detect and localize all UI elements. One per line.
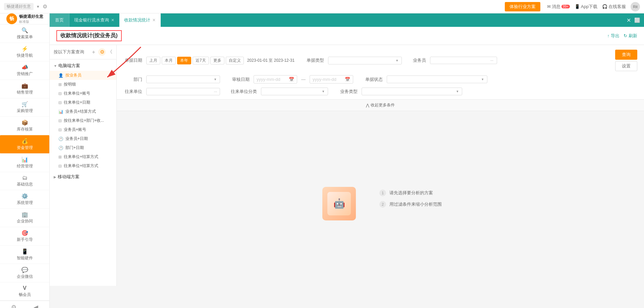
- maximize-window-btn[interactable]: ⬜: [634, 17, 640, 23]
- tree-item-partner-settle1[interactable]: ⊞ 往来单位+结算方式: [50, 152, 116, 161]
- sidebar-item-guide[interactable]: 🎯 新手引导: [0, 227, 49, 246]
- scheme-header: 按以下方案查询 ＋ ⚙ 《: [50, 45, 116, 59]
- dropdown-arrow-icon[interactable]: ▾: [37, 4, 39, 9]
- app-download-button[interactable]: 📱 App下载: [575, 4, 597, 10]
- close-window-btn[interactable]: ✕: [627, 17, 631, 23]
- online-service-button[interactable]: 🎧 在线客服: [602, 4, 626, 10]
- tree-item-salesman-account[interactable]: ⊟ 业务员+账号: [50, 125, 116, 134]
- main-layout: 畅 畅捷通好生意 标准版 🔍 搜索菜单 ⚡ 快捷导航 📣 营销推广 💼 销售管: [0, 13, 644, 308]
- export-button[interactable]: ↑ 导出: [607, 33, 620, 39]
- sidebar-item-purchase[interactable]: 🛒 采购管理: [0, 98, 49, 117]
- message-button[interactable]: ✉ 消息 99+: [547, 4, 570, 10]
- partner-class-select[interactable]: ▾: [261, 88, 328, 95]
- sidebar-item-operation[interactable]: 📊 经营管理: [0, 154, 49, 172]
- refresh-icon: ↻: [624, 33, 627, 38]
- sidebar-item-search[interactable]: 🔍 搜索菜单: [0, 24, 49, 43]
- right-content: 单据日期 上月 本月 本年 近7天 更多 自定义 2023-01-01 至 20…: [117, 45, 644, 286]
- chevron-down-icon: ▾: [396, 58, 398, 63]
- collapse-scheme-icon[interactable]: 《: [108, 49, 112, 55]
- sidebar-item-member[interactable]: V 畅会员: [0, 283, 49, 301]
- tab-collect-close[interactable]: ✕: [152, 18, 156, 22]
- date-tab-7days[interactable]: 近7天: [193, 57, 209, 64]
- export-icon: ↑: [607, 33, 610, 38]
- sidebar-item-inventory[interactable]: 📦 库存核算: [0, 117, 49, 135]
- collapse-sidebar-icon[interactable]: ◀︎: [34, 304, 38, 308]
- person-icon: 👤: [58, 73, 63, 78]
- date-tab-last-month[interactable]: 上月: [146, 57, 160, 64]
- partner-input[interactable]: ···: [146, 88, 220, 95]
- sidebar-item-finance[interactable]: 💰 资金管理: [0, 135, 49, 154]
- sales-icon: 💼: [21, 83, 28, 89]
- tree-item-partner-dept[interactable]: ⊟ 按往来单位+部门+收...: [50, 116, 116, 125]
- table-icon-1: ⊟: [58, 91, 62, 96]
- biz-type-select[interactable]: ▾: [362, 88, 462, 95]
- date-tab-this-year[interactable]: 本年: [177, 57, 191, 64]
- tree-item-partner-date[interactable]: ⊟ 往来单位+日期: [50, 98, 116, 107]
- tree-item-partner-settle2[interactable]: ⊟ 往来单位+结算方式: [50, 161, 116, 170]
- step-2: 2 用过滤条件来缩小分析范围: [379, 201, 442, 208]
- collapse-bar[interactable]: ⋀ 收起更多条件: [117, 99, 644, 111]
- tree-item-salesman-date[interactable]: 🕐 业务员+日期: [50, 134, 116, 143]
- illustration-face: 🤖: [327, 192, 351, 215]
- settings-icon[interactable]: ⚙: [43, 3, 47, 10]
- content-area: 首页 现金银行流水查询 ✕ 收款情况统计 ✕ ✕ ⬜ 收款情况统计(按业务员): [50, 13, 644, 308]
- sidebar-item-quicknav[interactable]: ⚡ 快捷导航: [0, 43, 49, 61]
- operation-icon: 📊: [21, 156, 28, 163]
- refresh-button[interactable]: ↻ 刷新: [624, 33, 637, 39]
- tree-item-partner-account[interactable]: ⊟ 往来单位+账号: [50, 89, 116, 98]
- sidebar-logo: 畅 畅捷通好生意 标准版: [0, 13, 49, 24]
- tree-item-by-detail[interactable]: ⊞ 按明细: [50, 80, 116, 89]
- tab-bank-close[interactable]: ✕: [111, 18, 114, 22]
- date-tab-this-month[interactable]: 本月: [162, 57, 176, 64]
- table-icon-5: ⊟: [58, 164, 62, 168]
- partner-label: 往来单位: [123, 89, 142, 95]
- review-date-from[interactable]: yyyy-mm-dd 📅: [254, 75, 297, 84]
- top-bar-breadcrumb: 畅捷通好生意: [4, 3, 34, 10]
- step-1-num: 1: [379, 190, 386, 196]
- table-icon-2: ⊟: [58, 100, 62, 105]
- partner-more-icon: ···: [214, 90, 217, 94]
- tree-item-salesman-settle[interactable]: 📊 业务员+结算方式: [50, 107, 116, 116]
- settings-filter-button[interactable]: 设置: [615, 61, 637, 71]
- sidebar-item-marketing[interactable]: 📣 营销推广: [0, 61, 49, 80]
- tab-collect[interactable]: 收款情况统计 ✕: [119, 13, 161, 27]
- trial-button[interactable]: 体验行业方案: [505, 2, 540, 11]
- scheme-panel: 按以下方案查询 ＋ ⚙ 《 ▼ 电脑端方案 👤: [50, 45, 117, 286]
- query-button[interactable]: 查询: [615, 50, 637, 60]
- date-tab-custom[interactable]: 自定义: [226, 57, 244, 64]
- system-icon: ⚙️: [21, 193, 28, 199]
- date-tab-more[interactable]: 更多: [210, 57, 224, 64]
- page-title-box: 收款情况统计(按业务员): [56, 30, 122, 41]
- tree-group-mobile[interactable]: ▶ 移动端方案: [50, 172, 116, 182]
- table-icon-4: ⊟: [58, 127, 62, 132]
- sidebar-item-wechat[interactable]: 💬 企业微信: [0, 264, 49, 283]
- bill-status-label: 单据状态: [364, 76, 383, 83]
- wechat-icon: 💬: [21, 267, 28, 273]
- tab-home[interactable]: 首页: [50, 13, 69, 27]
- tree-item-by-salesman[interactable]: 👤 按业务员: [50, 71, 116, 80]
- dept-select[interactable]: ▾: [146, 75, 220, 83]
- step-2-text: 用过滤条件来缩小分析范围: [389, 201, 442, 207]
- sidebar-item-system[interactable]: ⚙️ 系统管理: [0, 190, 49, 209]
- add-scheme-icon[interactable]: ＋: [91, 49, 96, 56]
- user-avatar[interactable]: Rit: [631, 2, 640, 11]
- step-2-num: 2: [379, 201, 386, 208]
- base-icon: 🗂: [22, 175, 28, 181]
- bill-type-select[interactable]: ▾: [328, 57, 402, 64]
- sidebar-item-enterprise[interactable]: 🏢 企业协同: [0, 209, 49, 227]
- review-date-to[interactable]: yyyy-mm-dd 📅: [310, 75, 353, 84]
- sidebar-item-hardware[interactable]: 📱 智能硬件: [0, 246, 49, 264]
- tree-item-dept-date[interactable]: 🕐 部门+日期: [50, 143, 116, 152]
- tree-expand-icon: ▼: [54, 64, 57, 68]
- scheme-settings-icon[interactable]: ⚙: [98, 48, 106, 56]
- tree-group-desktop[interactable]: ▼ 电脑端方案: [50, 61, 116, 71]
- salesman-select[interactable]: ···: [430, 57, 497, 64]
- bill-status-select[interactable]: ▾: [387, 75, 487, 83]
- sidebar-item-base[interactable]: 🗂 基础信息: [0, 172, 49, 190]
- tab-bank[interactable]: 现金银行流水查询 ✕: [69, 13, 119, 27]
- tab-bar-actions: ✕ ⬜: [623, 17, 644, 23]
- settings-bottom-icon[interactable]: ⚙: [11, 304, 16, 308]
- biz-type-label: 业务类型: [339, 89, 358, 95]
- sidebar-item-sales[interactable]: 💼 销售管理: [0, 80, 49, 98]
- biz-chevron-icon: ▾: [457, 89, 459, 94]
